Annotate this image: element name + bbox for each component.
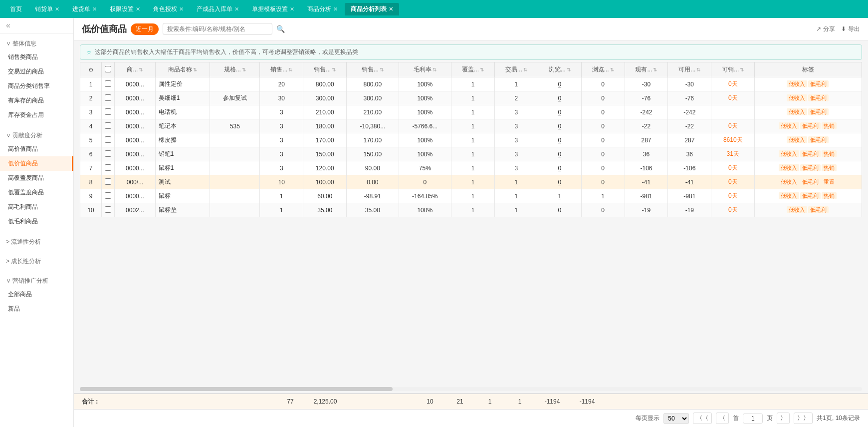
col-stock-avail[interactable]: 可用... ⇅: [668, 62, 711, 77]
sidebar-item-stock-capital[interactable]: 库存资金占用: [0, 108, 73, 122]
view1-link[interactable]: 0: [558, 165, 561, 172]
nav-close-icon[interactable]: ✕: [290, 6, 294, 12]
sidebar-item-new-goods[interactable]: 新品: [0, 302, 73, 316]
search-input[interactable]: [163, 23, 272, 35]
col-coverage[interactable]: 覆盖... ⇅: [451, 62, 495, 77]
cell-id: 0000...: [115, 105, 155, 119]
cell-checkbox[interactable]: [102, 77, 115, 91]
sidebar-item-high-margin[interactable]: 高毛利商品: [0, 200, 73, 214]
col-tags[interactable]: 标签: [755, 62, 862, 77]
sidebar-group-title-growth[interactable]: > 成长性分析: [0, 254, 73, 268]
cell-checkbox[interactable]: [102, 91, 115, 105]
first-page-btn[interactable]: 〈〈: [693, 413, 712, 424]
cell-view1[interactable]: 1: [538, 189, 581, 203]
nav-close-icon[interactable]: ✕: [333, 6, 338, 12]
sidebar-item-high-value[interactable]: 高价值商品: [0, 142, 73, 156]
sidebar-item-all-goods[interactable]: 全部商品: [0, 287, 73, 302]
cell-view1[interactable]: 0: [538, 105, 581, 119]
sidebar-item-traded[interactable]: 交易过的商品: [0, 64, 73, 79]
nav-close-icon[interactable]: ✕: [136, 6, 140, 12]
sidebar-item-category-rate[interactable]: 商品分类销售率: [0, 79, 73, 93]
nav-role[interactable]: 角色授权 ✕: [147, 3, 190, 15]
sidebar-item-low-margin[interactable]: 低毛利商品: [0, 214, 73, 229]
col-spec[interactable]: 规格... ⇅: [210, 62, 260, 77]
cell-view1[interactable]: 0: [538, 133, 581, 147]
cell-checkbox[interactable]: [102, 119, 115, 133]
next-page-btn[interactable]: 〉: [777, 413, 790, 424]
nav-close-icon[interactable]: ✕: [179, 6, 184, 12]
col-id[interactable]: 商... ⇅: [115, 62, 155, 77]
col-stock-cur[interactable]: 现有... ⇅: [625, 62, 668, 77]
nav-close-icon[interactable]: ✕: [234, 6, 239, 12]
sidebar-group-title-circulation[interactable]: > 流通性分析: [0, 235, 73, 248]
col-stock-sale[interactable]: 可销... ⇅: [711, 62, 755, 77]
col-checkbox[interactable]: [102, 62, 115, 77]
share-btn[interactable]: ↗ 分享: [816, 25, 835, 33]
cell-view1[interactable]: 0: [538, 203, 581, 217]
col-sales-amt[interactable]: 销售... ⇅: [303, 62, 347, 77]
cell-checkbox[interactable]: [102, 203, 115, 217]
cell-checkbox[interactable]: [102, 189, 115, 203]
nav-purchase[interactable]: 进货单 ✕: [66, 3, 103, 15]
view1-link[interactable]: 0: [558, 95, 561, 102]
scrollbar-thumb[interactable]: [80, 387, 393, 391]
sidebar-item-low-value[interactable]: 低价值商品: [0, 156, 73, 171]
cell-checkbox[interactable]: [102, 147, 115, 161]
nav-home[interactable]: 首页: [4, 3, 28, 15]
cell-view1[interactable]: 0: [538, 175, 581, 189]
prev-page-btn[interactable]: 〈: [716, 413, 729, 424]
cell-checkbox[interactable]: [102, 133, 115, 147]
share-icon: ↗: [816, 25, 821, 32]
cell-view1[interactable]: 0: [538, 77, 581, 91]
page-size-select[interactable]: 50 100 200: [663, 413, 689, 424]
horizontal-scrollbar[interactable]: [80, 387, 862, 391]
col-txn[interactable]: 交易... ⇅: [494, 62, 538, 77]
sidebar-item-stock-goods[interactable]: 有库存的商品: [0, 93, 73, 108]
export-btn[interactable]: ⬇ 导出: [841, 25, 860, 33]
view1-link[interactable]: 0: [558, 207, 561, 214]
nav-sales[interactable]: 销货单 ✕: [29, 3, 65, 15]
nav-close-icon[interactable]: ✕: [55, 6, 59, 12]
cell-view1[interactable]: 0: [538, 119, 581, 133]
col-margin[interactable]: 毛利率 ⇅: [399, 62, 451, 77]
cell-view1[interactable]: 0: [538, 161, 581, 175]
table-container[interactable]: ⚙ 商... ⇅ 商品名称 ⇅ 规格... ⇅ 销售... ⇅ 销售... ⇅ …: [80, 62, 862, 387]
sidebar-collapse-btn[interactable]: «: [4, 21, 12, 30]
view1-link[interactable]: 0: [558, 109, 561, 116]
col-sales-qty[interactable]: 销售... ⇅: [260, 62, 303, 77]
sidebar-group-contribution: ∨ 贡献度分析 高价值商品 低价值商品 高覆盖度商品 低覆盖度商品 高毛利商品 …: [0, 125, 73, 232]
cell-stock-days: 0天: [711, 175, 755, 189]
view1-link[interactable]: 0: [558, 81, 561, 88]
last-page-btn[interactable]: 〉〉: [794, 413, 813, 424]
view1-link[interactable]: 0: [558, 179, 561, 186]
nav-product-analysis-list[interactable]: 商品分析列表 ✕: [345, 3, 399, 15]
cell-checkbox[interactable]: [102, 161, 115, 175]
select-all-checkbox[interactable]: [105, 66, 111, 72]
view1-link[interactable]: 0: [558, 151, 561, 158]
view1-link[interactable]: 0: [558, 123, 561, 130]
sidebar-item-low-coverage[interactable]: 低覆盖度商品: [0, 185, 73, 200]
sidebar-item-sales-goods[interactable]: 销售类商品: [0, 50, 73, 64]
cell-checkbox[interactable]: [102, 105, 115, 119]
time-filter-btn[interactable]: 近一月: [131, 23, 159, 35]
nav-close-icon[interactable]: ✕: [92, 6, 97, 12]
cell-view1[interactable]: 0: [538, 91, 581, 105]
page-number-input[interactable]: [743, 414, 763, 424]
nav-template[interactable]: 单据模板设置 ✕: [246, 3, 300, 15]
search-btn[interactable]: 🔍: [276, 25, 285, 33]
nav-close-icon[interactable]: ✕: [389, 6, 393, 12]
col-view2[interactable]: 浏览... ⇅: [581, 62, 625, 77]
col-sales-avg[interactable]: 销售... ⇅: [347, 62, 399, 77]
view1-link[interactable]: 0: [558, 137, 561, 144]
col-view1[interactable]: 浏览... ⇅: [538, 62, 581, 77]
cell-checkbox[interactable]: [102, 175, 115, 189]
cell-name: 电话机: [155, 105, 210, 119]
cell-view1[interactable]: 0: [538, 147, 581, 161]
col-name[interactable]: 商品名称 ⇅: [155, 62, 210, 77]
nav-product-stock[interactable]: 产成品入库单 ✕: [191, 3, 245, 15]
sidebar-item-high-coverage[interactable]: 高覆盖度商品: [0, 171, 73, 185]
nav-permission[interactable]: 权限设置 ✕: [104, 3, 146, 15]
nav-product-analysis[interactable]: 商品分析 ✕: [301, 3, 344, 15]
col-settings[interactable]: ⚙: [80, 62, 102, 77]
view1-link[interactable]: 1: [558, 193, 561, 200]
